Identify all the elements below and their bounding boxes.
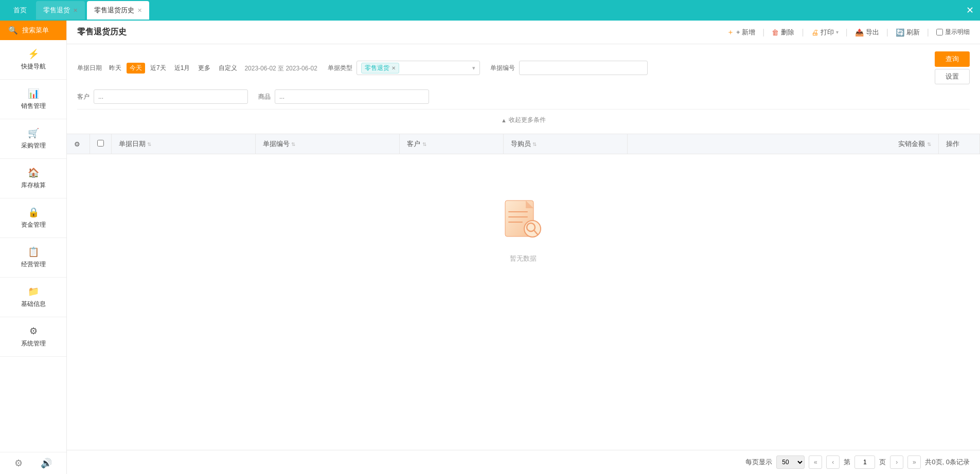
customer-input[interactable] xyxy=(94,89,248,104)
refresh-label: 刷新 xyxy=(906,28,920,37)
customer-filter-field: 客户 xyxy=(77,89,248,104)
quick-nav-icon: ⚡ xyxy=(28,48,39,60)
filter-row-1: 单据日期 昨天 今天 近7天 近1月 更多 自定义 2023-06-02 至 2… xyxy=(77,51,970,84)
select-all-checkbox[interactable] xyxy=(97,140,104,147)
th-checkbox[interactable] xyxy=(90,134,111,154)
page-suffix: 页 xyxy=(879,458,886,467)
page-size-label: 每页显示 xyxy=(745,458,772,467)
add-label: + 新增 xyxy=(736,28,755,37)
print-icon: 🖨 xyxy=(811,28,818,37)
divider-5: | xyxy=(927,28,929,37)
next-page-button[interactable]: › xyxy=(890,455,903,469)
type-tags: 零售退货 ✕ xyxy=(361,63,399,74)
basic-info-icon: 📁 xyxy=(28,286,39,297)
type-tag-close[interactable]: ✕ xyxy=(391,65,396,71)
print-dropdown-icon: ▾ xyxy=(836,29,839,35)
sidebar-item-basic-info[interactable]: 📁 基础信息 xyxy=(0,278,66,317)
th-actions-label: 操作 xyxy=(946,140,959,148)
show-detail-checkbox[interactable]: 显示明细 xyxy=(936,28,970,37)
tab-home[interactable]: 首页 xyxy=(6,3,34,18)
export-button[interactable]: 📤 导出 xyxy=(855,28,879,37)
th-customer[interactable]: 客户 ⇅ xyxy=(400,134,504,154)
data-table: ⚙ 单据日期 ⇅ 单据编号 ⇅ xyxy=(67,134,980,304)
sidebar-item-purchase-mgmt[interactable]: 🛒 采购管理 xyxy=(0,119,66,159)
date-opt-today[interactable]: 今天 xyxy=(127,63,145,74)
date-opt-last1m[interactable]: 近1月 xyxy=(171,63,193,74)
tab-retail-return-label: 零售退货 xyxy=(43,6,70,15)
empty-state: 暂无数据 xyxy=(67,154,980,304)
refresh-button[interactable]: 🔄 刷新 xyxy=(896,28,920,37)
divider-4: | xyxy=(886,28,888,37)
query-button[interactable]: 查询 xyxy=(935,51,970,67)
sidebar-item-quick-nav-label: 快捷导航 xyxy=(21,62,46,71)
divider-2: | xyxy=(801,28,804,37)
search-icon: 🔍 xyxy=(8,26,18,35)
date-opt-more[interactable]: 更多 xyxy=(195,63,213,74)
tab-bar: 首页 零售退货 ✕ 零售退货历史 ✕ xyxy=(6,1,966,20)
add-button[interactable]: ＋ + 新增 xyxy=(727,28,755,37)
tab-retail-return-close[interactable]: ✕ xyxy=(73,7,78,14)
type-select-dropdown-icon: ▾ xyxy=(472,65,475,71)
sidebar-item-sales-mgmt[interactable]: 📊 销售管理 xyxy=(0,80,66,119)
goods-input[interactable] xyxy=(275,89,429,104)
sidebar-item-operations-label: 经营管理 xyxy=(21,260,46,269)
type-tag-retail-return: 零售退货 ✕ xyxy=(361,63,399,74)
date-options: 昨天 今天 近7天 近1月 更多 自定义 xyxy=(106,63,240,74)
delete-label: 删除 xyxy=(781,28,794,37)
th-settings[interactable]: ⚙ xyxy=(67,134,90,154)
last-page-button[interactable]: » xyxy=(907,455,921,469)
th-date-label: 单据日期 xyxy=(119,140,146,148)
voucher-filter-field: 单据编号 xyxy=(490,61,648,75)
tab-retail-return-history-close[interactable]: ✕ xyxy=(137,7,142,14)
settings-button[interactable]: 设置 xyxy=(935,69,970,84)
th-guide[interactable]: 导购员 ⇅ xyxy=(503,134,627,154)
customer-filter-label: 客户 xyxy=(77,93,90,101)
tab-retail-return[interactable]: 零售退货 ✕ xyxy=(36,1,85,20)
th-date[interactable]: 单据日期 ⇅ xyxy=(111,134,255,154)
sidebar-item-operations[interactable]: 📋 经营管理 xyxy=(0,238,66,278)
sidebar-item-system-mgmt[interactable]: ⚙ 系统管理 xyxy=(0,317,66,357)
delete-icon: 🗑 xyxy=(772,28,779,37)
print-label: 打印 xyxy=(821,28,834,37)
tab-retail-return-history[interactable]: 零售退货历史 ✕ xyxy=(87,1,149,20)
date-opt-yesterday[interactable]: 昨天 xyxy=(106,63,124,74)
sidebar-item-inventory-label: 库存核算 xyxy=(21,181,46,190)
page-number-input[interactable] xyxy=(854,455,875,469)
divider-1: | xyxy=(762,28,764,37)
goods-filter-label: 商品 xyxy=(258,93,271,101)
empty-state-illustration xyxy=(497,195,549,247)
audio-bottom-icon[interactable]: 🔊 xyxy=(41,458,52,469)
sidebar-item-finance[interactable]: 🔒 资金管理 xyxy=(0,198,66,238)
total-records: 共0页, 0条记录 xyxy=(925,458,970,467)
page-size-select[interactable]: 50 10 20 100 xyxy=(776,455,805,469)
show-detail-label: 显示明细 xyxy=(945,28,970,37)
header-actions: ＋ + 新增 | 🗑 删除 | 🖨 打印 ▾ | 📤 导出 xyxy=(727,28,970,37)
tab-retail-return-history-label: 零售退货历史 xyxy=(94,6,134,15)
th-amount[interactable]: 实销金额 ⇅ xyxy=(627,134,938,154)
main-layout: 🔍 搜索菜单 ⚡ 快捷导航 📊 销售管理 🛒 采购管理 🏠 库存核算 🔒 资金管… xyxy=(0,21,980,474)
sidebar-item-inventory[interactable]: 🏠 库存核算 xyxy=(0,159,66,198)
th-guide-sort-icon: ⇅ xyxy=(532,141,537,147)
prev-page-button[interactable]: ‹ xyxy=(826,455,840,469)
collapse-button[interactable]: ▲ 收起更多条件 xyxy=(495,114,552,126)
show-detail-input[interactable] xyxy=(936,29,943,35)
type-select[interactable]: 零售退货 ✕ ▾ xyxy=(357,61,480,75)
delete-button[interactable]: 🗑 删除 xyxy=(772,28,794,37)
sales-mgmt-icon: 📊 xyxy=(28,88,39,99)
date-filter-label: 单据日期 xyxy=(77,64,102,72)
search-menu-button[interactable]: 🔍 搜索菜单 xyxy=(0,21,66,40)
voucher-input[interactable] xyxy=(519,61,648,75)
th-voucher-no[interactable]: 单据编号 ⇅ xyxy=(255,134,399,154)
th-date-sort-icon: ⇅ xyxy=(147,141,151,147)
date-opt-last7[interactable]: 近7天 xyxy=(147,63,169,74)
sidebar-item-sales-mgmt-label: 销售管理 xyxy=(21,102,46,111)
print-button[interactable]: 🖨 打印 ▾ xyxy=(811,28,839,37)
date-opt-custom[interactable]: 自定义 xyxy=(216,63,240,74)
inventory-icon: 🏠 xyxy=(28,167,39,178)
sidebar: 🔍 搜索菜单 ⚡ 快捷导航 📊 销售管理 🛒 采购管理 🏠 库存核算 🔒 资金管… xyxy=(0,21,67,474)
th-voucher-sort-icon: ⇅ xyxy=(291,141,295,147)
window-close-icon[interactable]: ✕ xyxy=(966,5,974,16)
first-page-button[interactable]: « xyxy=(809,455,822,469)
sidebar-item-quick-nav[interactable]: ⚡ 快捷导航 xyxy=(0,40,66,80)
settings-bottom-icon[interactable]: ⚙ xyxy=(14,458,23,469)
